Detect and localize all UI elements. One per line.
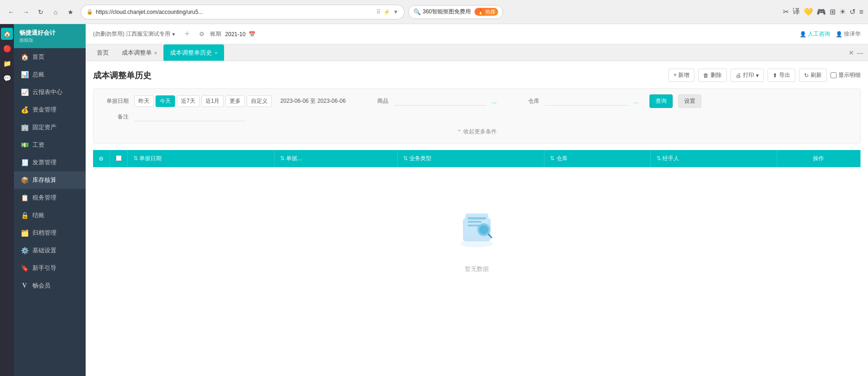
tab-cost-adjust-history[interactable]: 成本调整单历史 × bbox=[163, 44, 224, 61]
user-menu[interactable]: 👤 徐泽华 bbox=[836, 30, 861, 38]
sidebar-item-tax[interactable]: 📋 税务管理 bbox=[14, 189, 86, 207]
new-button[interactable]: + 新增 bbox=[668, 69, 694, 82]
show-columns-checkbox[interactable]: 显示明细 bbox=[831, 71, 861, 79]
settings-gear-icon[interactable]: ⚙ bbox=[199, 31, 205, 38]
menu-icon: ⠿ bbox=[376, 9, 381, 15]
filter-row-date: 单据日期 昨天 今天 近7天 近1月 更多 自定义 2023-06-06 至 2… bbox=[101, 94, 853, 108]
sidebar-item-invoice[interactable]: 🧾 发票管理 bbox=[14, 154, 86, 171]
reset-button[interactable]: 设置 bbox=[678, 94, 701, 108]
add-tab-button[interactable]: + bbox=[181, 28, 194, 41]
query-button[interactable]: 查询 bbox=[649, 94, 673, 108]
close-all-button[interactable]: ✕ bbox=[849, 49, 854, 56]
export-button[interactable]: ⬆ 导出 bbox=[768, 69, 795, 82]
date-btn-today[interactable]: 今天 bbox=[156, 95, 175, 107]
date-btn-more[interactable]: 更多 bbox=[225, 95, 245, 107]
bookmark-button[interactable]: ★ bbox=[64, 6, 77, 19]
sidebar-item-fixed-assets[interactable]: 🏢 固定资产 bbox=[14, 119, 86, 136]
delete-icon: 🗑 bbox=[703, 72, 709, 79]
back-button[interactable]: ← bbox=[5, 6, 18, 19]
table-header-warehouse[interactable]: ⇅ 仓库 bbox=[544, 150, 650, 167]
table-header-date[interactable]: ⇅ 单据日期 bbox=[127, 150, 274, 167]
sidebar-item-payroll[interactable]: 💵 工资 bbox=[14, 136, 86, 154]
address-bar[interactable]: 🔒 https://cloud.chanjet.com/accounting/u… bbox=[81, 5, 405, 19]
history-icon[interactable]: ↺ bbox=[849, 7, 856, 16]
sidebar-item-ledger[interactable]: 📊 总账 bbox=[14, 66, 86, 83]
theme-icon[interactable]: ☀ bbox=[839, 7, 846, 16]
table-header-checkbox[interactable] bbox=[110, 150, 127, 167]
minimize-icon[interactable]: — bbox=[857, 49, 863, 56]
svg-rect-3 bbox=[468, 217, 486, 219]
page-content: 成本调整单历史 + 新增 🗑 删除 🖨 打印 ▾ ⬆ 导出 bbox=[86, 61, 868, 376]
translate-icon[interactable]: 译 bbox=[793, 7, 800, 17]
help-link[interactable]: 👤 人工咨询 bbox=[799, 30, 830, 38]
tab-cost-adjust-history-close[interactable]: × bbox=[214, 50, 217, 56]
show-columns-label: 显示明细 bbox=[838, 71, 861, 79]
settings-col-icon: ⚙ bbox=[99, 156, 104, 162]
settings-icon: ⚙️ bbox=[20, 247, 29, 254]
collapse-button[interactable]: ⌃ 收起更多条件 bbox=[452, 126, 501, 138]
export-icon: ⬆ bbox=[773, 72, 777, 79]
sidebar-label-fund: 资金管理 bbox=[32, 106, 56, 114]
goods-more-btn[interactable]: ... bbox=[492, 98, 497, 105]
wallet-icon[interactable]: 💛 bbox=[804, 7, 813, 16]
table-header-biztype[interactable]: ⇅ 业务类型 bbox=[397, 150, 544, 167]
print-label: 打印 bbox=[743, 71, 754, 79]
warehouse-filter-input[interactable] bbox=[545, 97, 628, 106]
print-button[interactable]: 🖨 打印 ▾ bbox=[731, 69, 764, 82]
sidebar-item-settings[interactable]: ⚙️ 基础设置 bbox=[14, 242, 86, 259]
actions-col-label: 操作 bbox=[813, 155, 824, 162]
icon-sidebar: 🏠 🔴 📁 💬 bbox=[0, 24, 14, 376]
note-filter-input[interactable] bbox=[134, 113, 245, 121]
archive-icon: 🗂️ bbox=[20, 229, 29, 237]
game-icon[interactable]: 🎮 bbox=[817, 7, 826, 16]
sidebar-item-closing[interactable]: 🔒 结账 bbox=[14, 207, 86, 224]
scissors-icon[interactable]: ✂ bbox=[783, 7, 789, 16]
warehouse-more-btn[interactable]: ... bbox=[634, 98, 638, 105]
svg-rect-4 bbox=[468, 221, 481, 223]
date-btn-1month[interactable]: 近1月 bbox=[201, 95, 224, 107]
company-selector[interactable]: (勿删勿禁用) 江西服宝测试专用 ▾ bbox=[93, 30, 175, 38]
sidebar-label-reports: 云报表中心 bbox=[32, 88, 62, 96]
sidebar-item-guide[interactable]: 🔖 新手引导 bbox=[14, 259, 86, 277]
tab-cost-adjust[interactable]: 成本调整单 × bbox=[115, 44, 163, 61]
date-btn-yesterday[interactable]: 昨天 bbox=[134, 95, 154, 107]
sidebar-label-member: 畅会员 bbox=[32, 282, 50, 290]
home-button[interactable]: ⌂ bbox=[49, 6, 62, 19]
sidebar-item-inventory[interactable]: 📦 库存核算 bbox=[14, 171, 86, 189]
icon-sidebar-extra2[interactable]: 💬 bbox=[1, 72, 13, 84]
sidebar-label-archive: 归档管理 bbox=[32, 229, 56, 237]
inventory-icon: 📦 bbox=[20, 176, 29, 184]
icon-sidebar-extra1[interactable]: 📁 bbox=[1, 57, 13, 69]
goods-filter-input[interactable] bbox=[394, 97, 487, 106]
date-btn-custom[interactable]: 自定义 bbox=[247, 95, 272, 107]
sidebar-item-member[interactable]: V 畅会员 bbox=[14, 277, 86, 295]
refresh-button[interactable]: ↻ bbox=[34, 6, 47, 19]
period-selector[interactable]: 账期 2021-10 📅 bbox=[210, 30, 256, 38]
sidebar-item-reports[interactable]: 📈 云报表中心 bbox=[14, 83, 86, 101]
show-columns-input[interactable] bbox=[831, 72, 837, 78]
search-bar[interactable]: 🔍 360智能抠图免费用 🔥 热搜 bbox=[408, 5, 503, 19]
tab-home[interactable]: 首页 bbox=[90, 44, 115, 61]
menu-dots-icon[interactable]: ≡ bbox=[859, 8, 863, 16]
sidebar-label-inventory: 库存核算 bbox=[32, 176, 56, 184]
sidebar-item-fund[interactable]: 💰 资金管理 bbox=[14, 101, 86, 119]
tab-cost-adjust-close[interactable]: × bbox=[154, 50, 157, 56]
sidebar-item-archive[interactable]: 🗂️ 归档管理 bbox=[14, 224, 86, 242]
operator-col-sort-icon: ⇅ bbox=[656, 155, 661, 162]
ledger-icon: 📊 bbox=[20, 71, 29, 78]
grid-icon[interactable]: ⊞ bbox=[830, 7, 836, 16]
select-all-checkbox[interactable] bbox=[116, 155, 122, 161]
refresh-button-page[interactable]: ↻ 刷新 bbox=[799, 69, 827, 82]
icon-sidebar-social[interactable]: 🔴 bbox=[1, 43, 13, 55]
page-title-row: 成本调整单历史 + 新增 🗑 删除 🖨 打印 ▾ ⬆ 导出 bbox=[93, 69, 861, 82]
delete-button[interactable]: 🗑 删除 bbox=[698, 69, 727, 82]
date-btn-7days[interactable]: 近7天 bbox=[177, 95, 200, 107]
main-sidebar: 畅捷通好会计 旗舰版 🏠 首页 📊 总账 📈 云报表中心 💰 资金管理 bbox=[14, 24, 86, 376]
sidebar-item-home[interactable]: 🏠 首页 bbox=[14, 48, 86, 66]
table-header-settings[interactable]: ⚙ bbox=[93, 150, 110, 167]
icon-sidebar-app[interactable]: 🏠 bbox=[1, 28, 13, 40]
table-header-operator[interactable]: ⇅ 经手人 bbox=[650, 150, 777, 167]
forward-button[interactable]: → bbox=[19, 6, 32, 19]
table-header-voucher[interactable]: ⇅ 单据... bbox=[274, 150, 397, 167]
biztype-col-sort-icon: ⇅ bbox=[403, 155, 408, 162]
